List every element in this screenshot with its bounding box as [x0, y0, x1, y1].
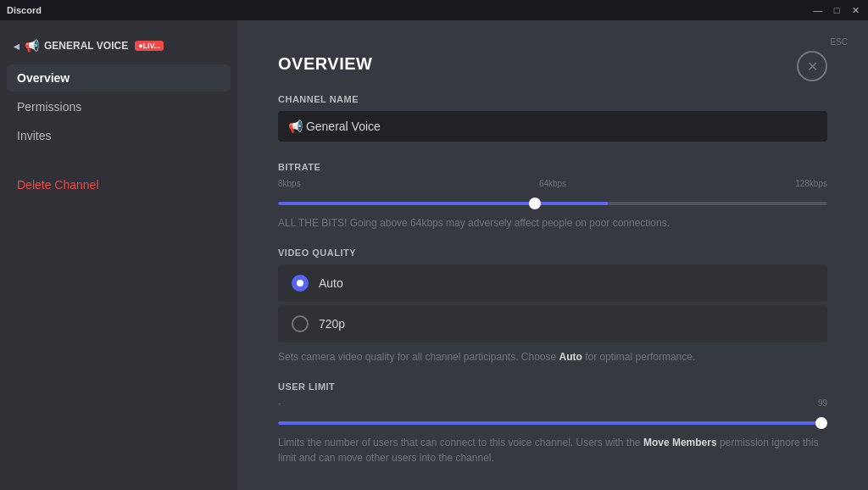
- channel-name: GENERAL VOICE: [44, 40, 128, 52]
- user-limit-max-label: 99: [818, 398, 827, 408]
- radio-auto-icon: [292, 275, 309, 292]
- video-quality-options: Auto 720p: [278, 264, 827, 342]
- bitrate-slider[interactable]: [278, 202, 827, 205]
- close-window-button[interactable]: ✕: [849, 4, 861, 16]
- maximize-button[interactable]: □: [831, 4, 843, 16]
- sidebar-item-overview[interactable]: Overview: [7, 64, 231, 92]
- user-limit-slider[interactable]: [278, 421, 827, 425]
- channel-header: ◂ 📢 GENERAL VOICE ●LIV...: [7, 34, 231, 58]
- main-content: ✕ ESC OVERVIEW CHANNEL NAME BITRATE 8kbp…: [237, 20, 868, 490]
- bitrate-helper: ALL THE BITS! Going above 64kbps may adv…: [278, 215, 827, 231]
- user-limit-range-labels: - 99: [278, 398, 827, 408]
- bitrate-range-labels: 8kbps 64kbps 128kbps: [278, 179, 827, 188]
- bitrate-min-label: 8kbps: [278, 179, 301, 188]
- video-quality-auto-label: Auto: [319, 276, 343, 290]
- sidebar-item-invites[interactable]: Invites: [7, 122, 231, 149]
- video-quality-helper-after: for optimal performance.: [582, 351, 695, 363]
- minimize-button[interactable]: —: [812, 4, 824, 16]
- channel-name-label: CHANNEL NAME: [278, 94, 827, 104]
- section-title: OVERVIEW: [278, 54, 827, 74]
- user-limit-slider-container: [278, 413, 827, 428]
- video-quality-helper: Sets camera video quality for all channe…: [278, 349, 827, 365]
- app-title: Discord: [7, 5, 42, 15]
- delete-channel-button[interactable]: Delete Channel: [7, 171, 231, 198]
- video-quality-720p[interactable]: 720p: [278, 305, 827, 342]
- user-limit-label: USER LIMIT: [278, 381, 827, 392]
- user-limit-min-label: -: [278, 398, 281, 408]
- video-quality-helper-before: Sets camera video quality for all channe…: [278, 351, 559, 363]
- bitrate-slider-container: [278, 193, 827, 209]
- live-badge: ●LIV...: [135, 41, 164, 51]
- bitrate-label: BITRATE: [278, 162, 827, 172]
- window-controls: — □ ✕: [812, 4, 861, 16]
- user-limit-helper-bold: Move Members: [643, 437, 717, 448]
- close-button[interactable]: ✕: [797, 51, 827, 81]
- user-limit-helper-before: Limits the number of users that can conn…: [278, 437, 643, 448]
- sidebar: ◂ 📢 GENERAL VOICE ●LIV... Overview Permi…: [0, 20, 237, 490]
- video-quality-label: VIDEO QUALITY: [278, 248, 827, 258]
- video-quality-helper-bold: Auto: [559, 351, 582, 363]
- back-icon[interactable]: ◂: [14, 40, 19, 53]
- user-limit-helper: Limits the number of users that can conn…: [278, 435, 827, 465]
- radio-720p-icon: [292, 315, 309, 332]
- esc-label: ESC: [830, 37, 848, 47]
- bitrate-mid-label: 64kbps: [539, 179, 566, 188]
- sidebar-item-permissions[interactable]: Permissions: [7, 93, 231, 120]
- bitrate-max-label: 128kbps: [795, 179, 827, 188]
- close-area: ✕ ESC: [830, 34, 848, 47]
- channel-emoji: 📢: [25, 39, 39, 53]
- video-quality-auto[interactable]: Auto: [278, 264, 827, 302]
- video-quality-720p-label: 720p: [319, 317, 345, 331]
- app-container: ◂ 📢 GENERAL VOICE ●LIV... Overview Permi…: [0, 20, 868, 490]
- title-bar: Discord — □ ✕: [0, 0, 868, 20]
- channel-name-input[interactable]: [278, 111, 827, 142]
